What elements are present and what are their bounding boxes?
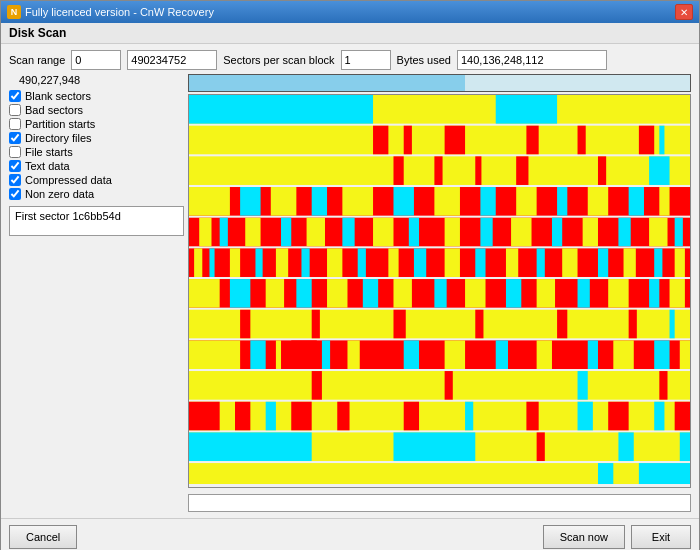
sectors-input[interactable] [341,50,391,70]
blank-checkbox[interactable] [9,90,21,102]
partition-checkbox[interactable] [9,118,21,130]
svg-rect-40 [409,218,419,247]
svg-rect-97 [291,340,317,369]
title-bar: N Fully licenced version - CnW Recovery … [1,1,699,23]
info-text: First sector 1c6bb54d [15,210,121,222]
svg-rect-96 [276,340,281,369]
svg-rect-65 [598,248,608,277]
svg-rect-22 [312,187,327,216]
svg-rect-34 [220,218,228,247]
checkbox-dirfiles: Directory files [9,132,184,144]
svg-rect-63 [537,248,545,277]
svg-rect-90 [557,310,567,339]
svg-rect-94 [189,340,240,369]
progress-area: 490,227,948 Blank sectors Bad sectors Pa… [9,74,691,512]
svg-rect-32 [189,218,690,247]
svg-rect-100 [404,340,419,369]
svg-rect-19 [189,187,230,216]
scan-svg [189,95,690,484]
svg-rect-5 [404,126,412,155]
svg-rect-26 [480,187,495,216]
svg-rect-108 [189,371,690,400]
checkbox-blank: Blank sectors [9,90,184,102]
scan-range-label: Scan range [9,54,65,66]
svg-rect-134 [639,463,690,483]
section-title: Disk Scan [9,26,66,40]
window-title: Fully licenced version - CnW Recovery [25,6,214,18]
checkbox-partition: Partition starts [9,118,184,130]
svg-rect-117 [291,402,311,431]
nonzero-checkbox[interactable] [9,188,21,200]
svg-rect-79 [506,279,521,308]
svg-rect-102 [496,340,508,369]
checkbox-nonzero: Non zero data [9,188,184,200]
svg-rect-87 [312,310,320,339]
svg-rect-95 [250,340,265,369]
svg-rect-81 [578,279,590,308]
svg-rect-12 [393,156,403,185]
cancel-button[interactable]: Cancel [9,525,77,549]
svg-rect-101 [445,340,465,369]
svg-rect-58 [388,248,398,277]
svg-rect-86 [240,310,250,339]
svg-rect-1 [189,95,373,124]
bytes-input[interactable] [457,50,607,70]
svg-rect-45 [583,218,598,247]
svg-rect-47 [649,218,667,247]
svg-rect-111 [578,371,588,400]
svg-rect-128 [393,432,475,461]
scan-start-input[interactable] [71,50,121,70]
svg-rect-68 [675,248,685,277]
footer-left: Cancel [9,525,77,549]
scan-now-button[interactable]: Scan now [543,525,625,549]
svg-rect-29 [588,187,608,216]
svg-rect-59 [414,248,426,277]
svg-rect-7 [526,126,538,155]
dirfiles-checkbox[interactable] [9,132,21,144]
close-button[interactable]: ✕ [675,4,693,20]
exit-button[interactable]: Exit [631,525,691,549]
svg-rect-37 [307,218,325,247]
svg-rect-15 [516,156,528,185]
svg-rect-105 [613,340,633,369]
svg-rect-9 [639,126,654,155]
svg-rect-118 [337,402,349,431]
bad-checkbox[interactable] [9,104,21,116]
svg-rect-44 [552,218,562,247]
svg-rect-110 [445,371,453,400]
checkbox-bad: Bad sectors [9,104,184,116]
svg-rect-109 [312,371,322,400]
svg-rect-60 [445,248,460,277]
svg-rect-50 [194,248,202,277]
svg-rect-70 [189,279,220,308]
svg-rect-43 [511,218,531,247]
svg-rect-130 [618,432,633,461]
svg-rect-54 [276,248,288,277]
checkbox-filestarts: File starts [9,146,184,158]
svg-rect-57 [358,248,366,277]
svg-rect-2 [496,95,557,124]
svg-rect-28 [557,187,567,216]
main-content: Scan range Sectors per scan block Bytes … [1,44,699,518]
svg-rect-107 [680,340,690,369]
progress-top-row: 490,227,948 [9,74,184,86]
filestarts-checkbox[interactable] [9,146,21,158]
svg-rect-20 [240,187,260,216]
svg-rect-88 [393,310,405,339]
nonzero-label: Non zero data [25,188,94,200]
svg-rect-3 [189,126,690,155]
svg-rect-41 [445,218,460,247]
svg-rect-75 [363,279,378,308]
compressed-checkbox[interactable] [9,174,21,186]
svg-rect-35 [245,218,260,247]
svg-rect-67 [654,248,662,277]
svg-rect-116 [266,402,276,431]
bottom-progress-bar [188,494,691,512]
bad-label: Bad sectors [25,104,83,116]
scan-end-input[interactable] [127,50,217,70]
svg-rect-17 [649,156,669,185]
main-window: N Fully licenced version - CnW Recovery … [0,0,700,550]
textdata-checkbox[interactable] [9,160,21,172]
app-icon: N [7,5,21,19]
dirfiles-label: Directory files [25,132,92,144]
